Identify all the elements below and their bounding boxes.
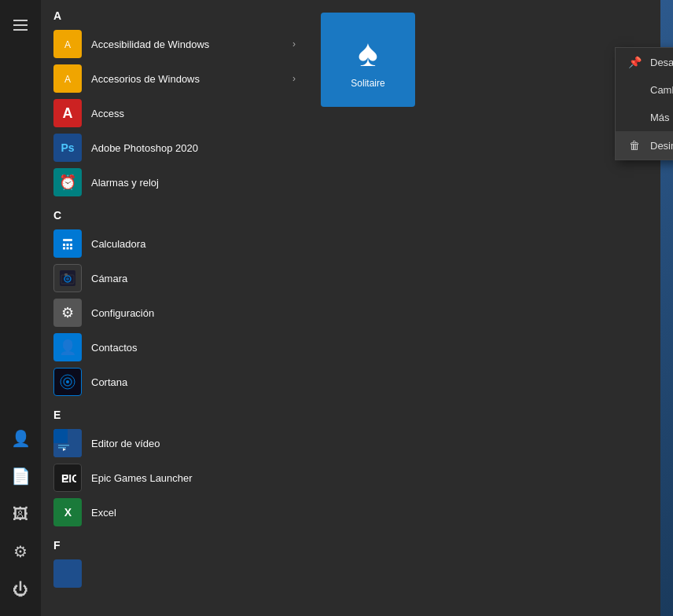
more-label: Más [650,112,670,123]
section-letter-c: C [41,200,308,226]
app-icon-accesorios: A [53,64,82,93]
app-item-photoshop[interactable]: Ps Adobe Photoshop 2020 [41,130,308,165]
solitaire-label: Solitaire [351,78,384,89]
uninstall-label: Desinstalar [650,140,673,152]
app-item-cortana[interactable]: Cortana [41,365,308,399]
app-icon-editor [53,429,82,457]
photos-icon: 🖼 [13,505,28,523]
app-name-editor: Editor de vídeo [91,438,296,449]
app-item-editor[interactable]: Editor de vídeo [41,426,308,460]
app-icon-contactos: 👤 [53,333,82,361]
app-name-accesorios: Accesorios de Windows [91,73,292,85]
svg-rect-9 [63,248,65,250]
app-item-accesibilidad[interactable]: A Accesibilidad de Windows › [41,27,308,61]
svg-text:A: A [64,39,71,50]
unpin-icon: 📌 [628,56,641,68]
sidebar-bottom-icons: 👤 📄 🖼 ⚙ ⏻ [0,420,41,608]
app-icon-calculadora [53,229,82,258]
app-item-contactos[interactable]: 👤 Contactos [41,330,308,365]
app-item-calculadora[interactable]: Calculadora [41,226,308,261]
section-letter-f: F [41,530,308,556]
app-name-camara: Cámara [91,273,296,284]
app-item-epic[interactable]: E PIC Epic Games Launcher [41,460,308,495]
app-arrow-accesibilidad: › [292,38,296,50]
section-letter-a: A [41,0,308,27]
context-menu: 📌 Desanclar de Inicio Cambiar el tamaño … [615,47,673,160]
sidebar-settings-button[interactable]: ⚙ [0,533,41,570]
hamburger-button[interactable] [0,6,41,44]
svg-rect-21 [53,429,68,443]
app-item-camara[interactable]: Cámara [41,261,308,295]
apps-list: A A Accesibilidad de Windows › A Accesor… [41,0,308,616]
app-name-accesibilidad: Accesibilidad de Windows [91,38,292,50]
app-icon-f-placeholder [53,559,82,588]
svg-rect-7 [67,244,69,246]
app-name-configuracion: Configuración [91,307,296,319]
app-icon-configuracion: ⚙ [53,299,82,327]
sidebar-user-button[interactable]: 👤 [0,420,41,457]
unpin-label: Desanclar de Inicio [650,57,673,68]
section-letter-e: E [41,399,308,426]
app-name-photoshop: Adobe Photoshop 2020 [91,142,296,154]
app-item-alarmas[interactable]: ⏰ Alarmas y reloj [41,165,308,200]
app-name-excel: Excel [91,507,296,519]
svg-text:PIC: PIC [61,472,76,485]
sidebar-power-button[interactable]: ⏻ [0,570,41,608]
power-icon: ⏻ [13,581,28,599]
context-menu-resize[interactable]: Cambiar el tamaño › [616,76,673,104]
app-icon-excel: X [53,498,82,526]
context-menu-unpin[interactable]: 📌 Desanclar de Inicio [616,48,673,76]
app-arrow-accesorios: › [292,73,296,84]
app-name-contactos: Contactos [91,342,296,354]
app-icon-alarmas: ⏰ [53,168,82,196]
svg-rect-10 [67,248,69,250]
trash-icon: 🗑 [628,139,641,152]
sidebar-photos-button[interactable]: 🖼 [0,495,41,533]
app-name-access: Access [91,108,296,119]
app-name-calculadora: Calculadora [91,238,296,250]
app-item-excel[interactable]: X Excel [41,495,308,530]
svg-rect-5 [63,239,72,241]
svg-point-19 [66,380,69,383]
svg-rect-23 [58,445,69,446]
user-icon: 👤 [11,429,31,448]
svg-rect-8 [70,244,72,246]
svg-point-14 [66,277,69,280]
svg-rect-24 [58,447,66,449]
app-item-configuracion[interactable]: ⚙ Configuración [41,295,308,330]
tiles-panel: ♠ Solitaire 📌 Desanclar de Inicio Cambia… [308,0,660,616]
sidebar-icons: 👤 📄 🖼 ⚙ ⏻ [0,0,41,616]
app-icon-camara [53,264,82,292]
app-item-f-placeholder[interactable] [41,556,308,591]
sidebar-document-button[interactable]: 📄 [0,457,41,495]
app-icon-cortana [53,368,82,396]
svg-rect-11 [70,248,72,250]
solitaire-tile[interactable]: ♠ Solitaire [321,13,415,107]
app-name-epic: Epic Games Launcher [91,472,296,484]
svg-rect-6 [63,244,65,246]
app-icon-access: A [53,99,82,127]
svg-rect-15 [64,273,68,276]
app-name-cortana: Cortana [91,376,296,388]
context-menu-uninstall[interactable]: 🗑 Desinstalar ↖ [616,131,673,160]
app-icon-photoshop: Ps [53,134,82,162]
start-menu: 👤 📄 🖼 ⚙ ⏻ A [0,0,660,616]
hamburger-icon [13,20,28,31]
app-name-alarmas: Alarmas y reloj [91,177,296,189]
svg-text:A: A [64,74,71,85]
desktop: 👤 📄 🖼 ⚙ ⏻ A [0,0,673,616]
solitaire-icon: ♠ [358,31,378,75]
context-menu-more[interactable]: Más › [616,104,673,131]
document-icon: 📄 [11,467,31,486]
app-item-accesorios[interactable]: A Accesorios de Windows › [41,61,308,96]
settings-icon: ⚙ [13,542,28,561]
app-icon-accesibilidad: A [53,30,82,58]
app-icon-epic: E PIC [53,464,82,492]
resize-label: Cambiar el tamaño [650,84,673,96]
app-item-access[interactable]: A Access [41,96,308,130]
